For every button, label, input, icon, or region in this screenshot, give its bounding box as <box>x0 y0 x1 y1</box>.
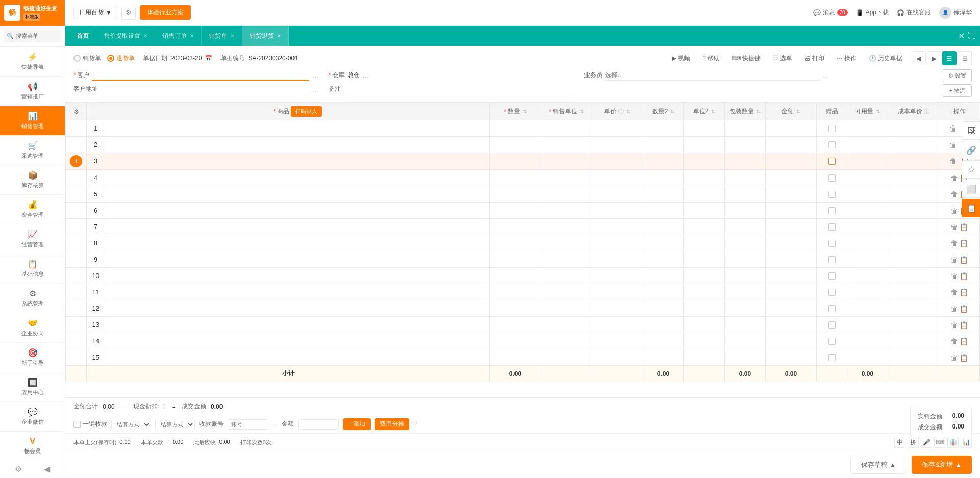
settings-action-btn[interactable]: ⚙ 设置 <box>943 69 972 82</box>
close-price-settings-tab[interactable]: × <box>143 32 148 40</box>
one-click-checkbox[interactable] <box>74 421 81 428</box>
copy-row-12[interactable]: 📋 <box>959 304 969 314</box>
maximize-tab-button[interactable]: ⛶ <box>968 31 976 41</box>
unit2-sort-icon[interactable]: ⇅ <box>711 109 715 114</box>
float-active-btn[interactable]: 📋 <box>962 199 980 217</box>
delete-row-11[interactable]: 🗑 <box>949 287 959 297</box>
gift-checkbox-1[interactable] <box>828 125 836 132</box>
sidebar-search-area[interactable]: 🔍 搜索菜单 <box>0 26 65 47</box>
tab-sales-return[interactable]: 销货退货 × <box>242 26 289 46</box>
delete-row-10[interactable]: 🗑 <box>949 271 959 281</box>
sidebar-item-sales[interactable]: 📊 销售管理 <box>0 106 65 136</box>
row-unit2-3[interactable] <box>684 153 725 170</box>
tab-home[interactable]: 首页 <box>69 26 96 46</box>
sidebar-item-purchase[interactable]: 🛒 采购管理 <box>0 136 65 165</box>
account-input[interactable] <box>228 419 268 430</box>
float-screen-btn[interactable]: ⬜ <box>962 180 980 198</box>
row-price-2[interactable] <box>592 137 643 153</box>
row-qty2-3[interactable] <box>643 153 684 170</box>
row-unit-1[interactable] <box>541 120 592 137</box>
copy-row-13[interactable]: 📋 <box>959 320 969 330</box>
settlement-method-select[interactable]: 结算方式 <box>111 419 151 430</box>
row-unit2-2[interactable] <box>684 137 725 153</box>
sidebar-item-shortcuts[interactable]: ⚡ 快捷导航 <box>0 47 65 77</box>
copy-row-14[interactable]: 📋 <box>959 336 969 346</box>
row-unit-3[interactable] <box>541 153 592 170</box>
add-row-button[interactable]: + <box>70 155 82 167</box>
row-amount-2[interactable] <box>766 137 817 153</box>
save-new-btn[interactable]: 保存&新增 ▲ <box>912 456 972 474</box>
address-picker-btn[interactable]: ... <box>312 85 318 93</box>
row-quantity-3[interactable] <box>490 153 541 170</box>
user-profile[interactable]: 👤 徐泽华 <box>939 7 972 19</box>
calendar-icon[interactable]: 📅 <box>205 55 212 62</box>
warehouse-picker-btn[interactable]: ... <box>363 71 369 79</box>
staff-picker-btn[interactable]: ... <box>823 71 829 79</box>
float-star-btn[interactable]: ☆ <box>962 160 980 179</box>
copy-row-15[interactable]: 📋 <box>959 353 969 363</box>
sidebar-item-basic[interactable]: 📋 基础信息 <box>0 254 65 284</box>
delete-row-6[interactable]: 🗑 <box>949 206 959 216</box>
select-btn[interactable]: ☰ 选单 <box>770 53 795 64</box>
radio-return[interactable]: 退货单 <box>107 54 135 63</box>
next-record-btn[interactable]: ▶ <box>927 51 941 65</box>
gift-cb-4[interactable] <box>828 174 836 182</box>
row-price-3[interactable] <box>592 153 643 170</box>
message-button[interactable]: 💬 消息 70 <box>813 8 848 17</box>
float-link-btn[interactable]: 🔗 <box>962 141 980 159</box>
row-pack-1[interactable] <box>725 120 766 137</box>
price-info-icon[interactable]: ⓘ <box>618 108 624 115</box>
tool-3[interactable]: 🎤 <box>921 437 932 448</box>
logistics-action-btn[interactable]: + 物流 <box>943 84 972 97</box>
tool-2[interactable]: 拼 <box>908 437 919 448</box>
gift-checkbox-2[interactable] <box>828 141 836 148</box>
product-input-3[interactable] <box>109 158 485 165</box>
calc-method-select[interactable]: 结算方式 <box>155 419 195 430</box>
sidebar-item-finance[interactable]: 💰 资金管理 <box>0 195 65 224</box>
float-image-btn[interactable]: 🖼 <box>962 121 980 140</box>
row-product-1[interactable] <box>105 120 490 137</box>
collapse-sidebar-button[interactable]: ◀ <box>44 464 50 474</box>
delete-row-4[interactable]: 🗑 <box>949 173 959 183</box>
product-input-1[interactable] <box>109 125 485 132</box>
gift-cb-6[interactable] <box>828 207 836 214</box>
prev-record-btn[interactable]: ◀ <box>912 51 926 65</box>
close-sales-delivery-tab[interactable]: × <box>230 32 234 40</box>
remark-input[interactable] <box>344 84 574 94</box>
row-amount-3[interactable] <box>766 153 817 170</box>
discount-help-icon[interactable]: ? <box>162 403 166 410</box>
row-product-3[interactable] <box>105 153 490 170</box>
app-download-button[interactable]: 📱 App下载 <box>856 8 889 17</box>
sidebar-item-member[interactable]: V 畅会员 <box>0 432 65 460</box>
gift-cb-9[interactable] <box>828 256 836 263</box>
pack-sort-icon[interactable]: ⇅ <box>756 109 761 114</box>
row-product-2[interactable] <box>105 137 490 153</box>
gift-cb-10[interactable] <box>828 272 836 280</box>
tab-sales-delivery[interactable]: 销货单 × <box>202 26 242 46</box>
add-payment-btn[interactable]: + 添加 <box>343 418 371 430</box>
close-tab-button[interactable]: ✕ <box>958 31 965 41</box>
delete-row-15[interactable]: 🗑 <box>949 353 959 363</box>
account-picker-btn[interactable]: ... <box>273 421 278 428</box>
sidebar-item-operations[interactable]: 📈 经营管理 <box>0 224 65 254</box>
row-unit-2[interactable] <box>541 137 592 153</box>
sidebar-item-guide[interactable]: 🎯 新手引导 <box>0 343 65 372</box>
copy-row-8[interactable]: 📋 <box>959 238 969 248</box>
tool-5[interactable]: 👔 <box>947 437 959 448</box>
gift-cb-15[interactable] <box>828 354 836 361</box>
staff-input[interactable] <box>605 70 820 81</box>
tool-1[interactable]: 中 <box>894 437 905 448</box>
tool-6[interactable]: 📊 <box>961 437 972 448</box>
tab-sales-order[interactable]: 销售订单 × <box>155 26 202 46</box>
cost-info-icon[interactable]: ⓘ <box>924 108 929 115</box>
quantity-sort-icon[interactable]: ⇅ <box>523 109 527 114</box>
settings-bottom-button[interactable]: ⚙ <box>15 464 22 474</box>
help-btn[interactable]: ? 帮助 <box>699 53 723 64</box>
one-click-payment[interactable]: 一键收款 <box>74 420 107 429</box>
delete-row-12[interactable]: 🗑 <box>949 304 959 314</box>
sidebar-item-apps[interactable]: 🔲 应用中心 <box>0 372 65 402</box>
delete-row-2[interactable]: 🗑 <box>948 140 958 150</box>
price-sort-icon[interactable]: ⇅ <box>626 109 630 114</box>
grid-view-btn[interactable]: ⊞ <box>958 51 972 65</box>
delete-row-8[interactable]: 🗑 <box>949 238 959 248</box>
